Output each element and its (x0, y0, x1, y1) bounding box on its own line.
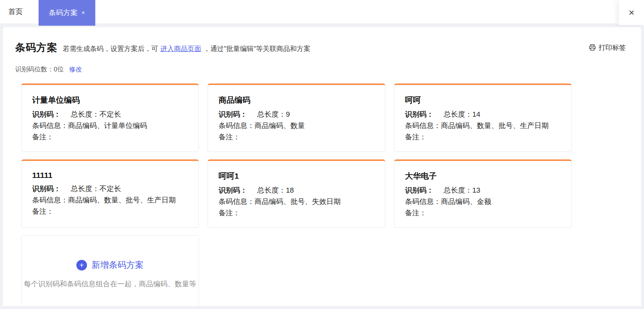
scheme-id-code-row: 识别码：总长度：18 (219, 185, 374, 196)
scheme-info-row: 条码信息：商品编码、计量单位编码 (32, 120, 188, 131)
barcode-info-text: 条码信息：商品编码、数量、批号、生产日期 (405, 122, 549, 130)
print-label-button[interactable]: 打印标签 (589, 43, 626, 52)
id-code-label: 识别码： (219, 110, 247, 118)
tab-close-icon[interactable]: × (81, 9, 85, 17)
scheme-note-row: 备注： (405, 131, 561, 143)
barcode-scheme-panel: 条码方案 若需生成条码，设置方案后，可进入商品页面，通过"批量编辑"等关联商品和… (3, 27, 641, 306)
page-title: 条码方案 (15, 41, 57, 54)
desc-after: ，通过"批量编辑"等关联商品和方案 (203, 45, 310, 53)
tab-home[interactable]: 首页 (0, 0, 31, 23)
tab-barcode-scheme[interactable]: 条码方案 × (39, 0, 95, 26)
barcode-info-text: 条码信息：商品编码、数量、批号、生产日期 (32, 196, 176, 204)
note-text: 备注： (405, 209, 427, 217)
scheme-card-title: 呵呵 (405, 95, 561, 105)
scheme-card[interactable]: 大华电子 识别码：总长度：13 条码信息：商品编码、金额 备注： (394, 159, 572, 228)
add-scheme-label: 新增条码方案 (92, 259, 144, 271)
barcode-info-text: 条码信息：商品编码、数量 (219, 122, 305, 130)
id-code-label: 识别码： (219, 186, 247, 194)
page-description: 若需生成条码，设置方案后，可进入商品页面，通过"批量编辑"等关联商品和方案 (63, 44, 310, 53)
id-digits-text: 识别码位数：0位 (15, 65, 64, 74)
id-code-label: 识别码： (405, 110, 434, 118)
barcode-info-text: 条码信息：商品编码、计量单位编码 (32, 122, 147, 130)
scheme-card[interactable]: 呵呵1 识别码：总长度：18 条码信息：商品编码、批号、失效日期 备注： (208, 159, 385, 228)
scheme-id-code-row: 识别码：总长度：13 (405, 185, 561, 196)
barcode-info-text: 条码信息：商品编码、批号、失效日期 (219, 198, 341, 205)
scheme-card-title: 商品编码 (219, 95, 374, 105)
note-text: 备注： (32, 207, 54, 215)
total-length-text: 总长度：不定长 (71, 110, 121, 118)
scheme-id-code-row: 识别码：总长度：不定长 (32, 183, 188, 195)
note-text: 备注： (32, 133, 54, 141)
total-length-text: 总长度：13 (444, 186, 480, 194)
total-length-text: 总长度：不定长 (71, 185, 121, 193)
note-text: 备注： (219, 209, 240, 217)
add-scheme-hint: 每个识别码和条码信息组合在一起，商品编码、数量等 (22, 279, 199, 289)
scheme-id-code-row: 识别码：总长度：不定长 (32, 109, 188, 120)
modify-link[interactable]: 修改 (69, 65, 82, 74)
scheme-note-row: 备注： (405, 207, 561, 219)
scheme-card[interactable]: 商品编码 识别码：总长度：9 条码信息：商品编码、数量 备注： (208, 83, 385, 152)
scheme-note-row: 备注： (219, 207, 374, 219)
scheme-note-row: 备注： (219, 131, 374, 143)
id-code-label: 识别码： (32, 185, 61, 193)
window-close-button[interactable]: × (619, 0, 644, 25)
scheme-info-row: 条码信息：商品编码、数量、批号、生产日期 (405, 120, 561, 131)
scheme-info-row: 条码信息：商品编码、金额 (405, 196, 561, 207)
scheme-id-code-row: 识别码：总长度：14 (405, 109, 561, 120)
scheme-info-row: 条码信息：商品编码、数量 (219, 120, 374, 131)
scheme-info-row: 条码信息：商品编码、批号、失效日期 (219, 196, 374, 207)
id-code-label: 识别码： (405, 186, 434, 194)
goto-products-link[interactable]: 进入商品页面 (160, 45, 201, 53)
scheme-card-title: 计量单位编码 (32, 95, 188, 105)
tab-bar: 首页 条码方案 × × (0, 0, 644, 23)
page-header: 条码方案 若需生成条码，设置方案后，可进入商品页面，通过"批量编辑"等关联商品和… (3, 27, 641, 54)
add-scheme-button[interactable]: + 新增条码方案 (22, 259, 199, 271)
scheme-note-row: 备注： (32, 206, 188, 217)
scheme-card-grid: 计量单位编码 识别码：总长度：不定长 条码信息：商品编码、计量单位编码 备注： … (3, 74, 641, 306)
scheme-id-code-row: 识别码：总长度：9 (219, 109, 374, 120)
total-length-text: 总长度：9 (257, 110, 290, 118)
desc-before: 若需生成条码，设置方案后，可 (63, 45, 158, 53)
note-text: 备注： (405, 133, 427, 141)
scheme-card[interactable]: 呵呵 识别码：总长度：14 条码信息：商品编码、数量、批号、生产日期 备注： (394, 83, 572, 152)
tab-home-label: 首页 (8, 7, 23, 17)
printer-icon (589, 44, 596, 51)
barcode-info-text: 条码信息：商品编码、金额 (405, 198, 491, 205)
tab-active-label: 条码方案 (49, 8, 78, 18)
total-length-text: 总长度：18 (257, 186, 294, 194)
scheme-card[interactable]: 11111 识别码：总长度：不定长 条码信息：商品编码、数量、批号、生产日期 备… (21, 159, 199, 228)
scheme-card-title: 11111 (32, 171, 188, 180)
scheme-card-title: 大华电子 (405, 171, 561, 181)
id-code-label: 识别码： (32, 110, 61, 118)
scheme-card-title: 呵呵1 (219, 171, 374, 181)
print-label-text: 打印标签 (599, 43, 626, 52)
scheme-note-row: 备注： (32, 131, 188, 143)
id-digits-row: 识别码位数：0位 修改 (3, 54, 641, 74)
scheme-card[interactable]: 计量单位编码 识别码：总长度：不定长 条码信息：商品编码、计量单位编码 备注： (21, 83, 199, 152)
plus-icon: + (76, 260, 87, 270)
close-icon: × (628, 7, 634, 19)
note-text: 备注： (219, 133, 240, 141)
scheme-info-row: 条码信息：商品编码、数量、批号、生产日期 (32, 195, 188, 206)
add-scheme-card[interactable]: + 新增条码方案 每个识别码和条码信息组合在一起，商品编码、数量等 (21, 235, 199, 306)
total-length-text: 总长度：14 (444, 110, 480, 118)
